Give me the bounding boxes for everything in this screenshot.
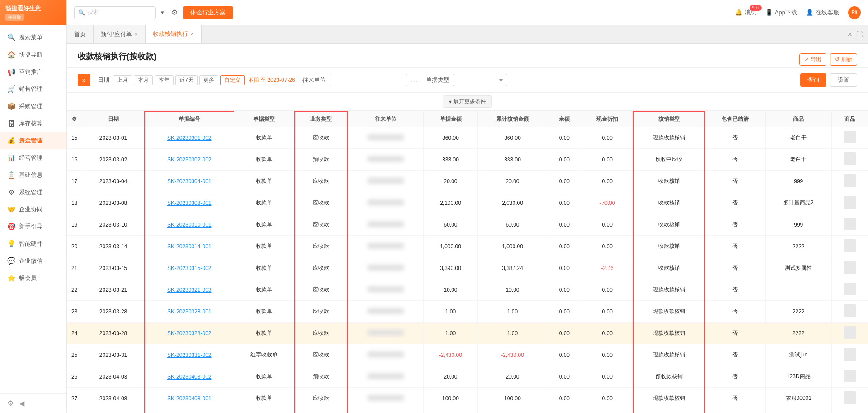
table-row[interactable]: 27 2023-04-08 SK-20230408-001 收款单 应收款 10… <box>67 388 868 409</box>
date-btn-this-year[interactable]: 本年 <box>155 75 174 85</box>
sidebar-item-search[interactable]: 🔍 搜索菜单 <box>0 29 66 46</box>
cell-cash-discount: 0.00 <box>581 301 634 323</box>
refresh-label: 刷新 <box>841 56 852 63</box>
doc-no-link[interactable]: SK-20230328-001 <box>167 309 211 315</box>
sidebar-item-wechat[interactable]: 💬 企业微信 <box>0 252 66 270</box>
refresh-icon: ↺ <box>835 56 840 62</box>
sidebar-label-shortcut: 快捷导航 <box>19 51 42 59</box>
sidebar-item-basic[interactable]: 📋 基础信息 <box>0 166 66 184</box>
cell-partner <box>347 388 424 409</box>
topbar-dropdown-arrow[interactable]: ▾ <box>161 9 164 16</box>
table-row[interactable]: 28 2023-04-18 SK-20230418-001 收款单 应收款 10… <box>67 409 868 413</box>
date-btn-last-month[interactable]: 上月 <box>113 75 132 85</box>
collapse-icon[interactable]: ◀ <box>19 399 24 408</box>
page-header: 收款核销执行(按收款) ↗ 导出 ↺ 刷新 <box>67 44 868 68</box>
doc-no-link[interactable]: SK-20230308-001 <box>167 200 211 206</box>
cell-doc-amount: -2,430.00 <box>424 344 477 366</box>
doc-no-link[interactable]: SK-20230315-002 <box>167 265 211 271</box>
app-download-button[interactable]: 📱 App下载 <box>765 9 797 17</box>
doc-no-link[interactable]: SK-20230304-001 <box>167 178 211 185</box>
tab-payable-close[interactable]: × <box>135 31 138 38</box>
cell-partner <box>347 257 424 279</box>
refresh-button[interactable]: ↺ 刷新 <box>830 53 857 66</box>
doc-no-link[interactable]: SK-20230331-002 <box>167 352 211 358</box>
tab-maximize-icon[interactable]: ⛶ <box>856 31 863 38</box>
settings-button[interactable]: 设置 <box>830 73 857 87</box>
date-btn-more[interactable]: 更多 <box>199 75 218 85</box>
cell-cumulative-cancel: 20.00 <box>477 366 547 388</box>
cell-biz-type: 应收款 <box>295 171 347 192</box>
export-button[interactable]: ↗ 导出 <box>799 53 826 66</box>
th-settings[interactable]: ⚙ <box>67 111 82 127</box>
topbar-search-box[interactable]: 🔍 搜索 <box>74 6 156 19</box>
table-row[interactable]: 15 2023-03-01 SK-20230301-002 收款单 应收款 36… <box>67 127 868 149</box>
table-row[interactable]: 24 2023-03-28 SK-20230328-002 收款单 应收款 1.… <box>67 323 868 344</box>
notif-button[interactable]: 🔔 消息 99+ <box>735 9 756 17</box>
filter-toggle-button[interactable]: » <box>78 74 90 86</box>
user-avatar[interactable]: Rit <box>848 6 861 19</box>
date-filter-label: 日期 <box>98 76 109 84</box>
cell-doc-no: SK-20230321-003 <box>145 279 234 301</box>
online-service-button[interactable]: 👤 在线客服 <box>806 9 839 17</box>
table-row[interactable]: 19 2023-03-10 SK-20230310-001 收款单 应收款 60… <box>67 214 868 236</box>
table-row[interactable]: 25 2023-03-31 SK-20230331-002 红字收款单 应收款 … <box>67 344 868 366</box>
th-cancel-type: 核销类型 <box>633 111 704 127</box>
date-btn-this-month[interactable]: 本月 <box>134 75 153 85</box>
avatar-text: Rit <box>852 10 857 15</box>
sidebar-item-sales[interactable]: 🛒 销售管理 <box>0 81 66 98</box>
doc-no-link[interactable]: SK-20230301-002 <box>167 135 211 141</box>
cell-product: 2222 <box>765 323 831 344</box>
query-button[interactable]: 查询 <box>800 73 826 87</box>
col-settings-icon[interactable]: ⚙ <box>72 116 77 122</box>
tab-collection-close[interactable]: × <box>191 31 194 37</box>
cell-partner <box>347 366 424 388</box>
tab-collection[interactable]: 收款核销执行 × <box>146 25 202 43</box>
doc-no-link[interactable]: SK-20230321-003 <box>167 287 211 293</box>
topbar-gear-icon[interactable]: ⚙ <box>171 8 178 17</box>
tab-close-all-icon[interactable]: ✕ <box>847 31 853 38</box>
table-row[interactable]: 20 2023-03-14 SK-20230314-001 收款单 应收款 1,… <box>67 236 868 257</box>
sidebar-item-inventory[interactable]: 🗄 库存核算 <box>0 115 66 132</box>
sidebar-item-shortcut[interactable]: 🏠 快捷导航 <box>0 46 66 63</box>
doctype-filter-select[interactable] <box>453 74 507 86</box>
cell-doc-amount: 2,100.00 <box>424 192 477 214</box>
table-row[interactable]: 17 2023-03-04 SK-20230304-001 收款单 应收款 20… <box>67 171 868 192</box>
sidebar-item-member[interactable]: ⭐ 畅会员 <box>0 270 66 287</box>
doc-no-link[interactable]: SK-20230408-001 <box>167 395 211 402</box>
table-row[interactable]: 16 2023-03-02 SK-20230302-002 收款单 预收款 33… <box>67 149 868 171</box>
tab-payable[interactable]: 预付/应付单 × <box>94 25 146 43</box>
cell-product: 测试多属性 <box>765 257 831 279</box>
table-row[interactable]: 21 2023-03-15 SK-20230315-002 收款单 应收款 3,… <box>67 257 868 279</box>
table-row[interactable]: 22 2023-03-21 SK-20230321-003 收款单 应收款 10… <box>67 279 868 301</box>
table-row[interactable]: 26 2023-04-03 SK-20230403-002 收款单 预收款 20… <box>67 366 868 388</box>
doc-no-link[interactable]: SK-20230328-002 <box>167 330 211 337</box>
doc-no-link[interactable]: SK-20230302-002 <box>167 157 211 163</box>
sidebar-item-operations[interactable]: 📊 经营管理 <box>0 149 66 166</box>
sidebar-item-corp[interactable]: 🤝 企业协同 <box>0 201 66 218</box>
sidebar-item-hardware[interactable]: 💡 智能硬件 <box>0 235 66 252</box>
table-row[interactable]: 18 2023-03-08 SK-20230308-001 收款单 应收款 2,… <box>67 192 868 214</box>
sidebar-item-marketing[interactable]: 📢 营销推广 <box>0 63 66 81</box>
doc-no-link[interactable]: SK-20230310-001 <box>167 222 211 228</box>
marketing-icon: 📢 <box>7 68 15 76</box>
cell-doc-type: 收款单 <box>234 257 295 279</box>
tab-home[interactable]: 首页 <box>67 25 94 43</box>
cell-cancel-type: 现款收款核销 <box>633 301 704 323</box>
topbar: 🔍 搜索 ▾ ⚙ 体验行业方案 🔔 消息 99+ 📱 App下载 👤 在线客服 … <box>67 0 868 25</box>
doc-no-link[interactable]: SK-20230314-001 <box>167 243 211 250</box>
table-row[interactable]: 23 2023-03-28 SK-20230328-001 收款单 应收款 1.… <box>67 301 868 323</box>
notif-badge: 99+ <box>750 5 762 11</box>
date-btn-custom[interactable]: 自定义 <box>220 75 245 85</box>
tab-bar: 首页 预付/应付单 × 收款核销执行 × ✕ ⛶ <box>67 25 868 44</box>
settings-footer-icon[interactable]: ⚙ <box>7 399 14 408</box>
sidebar-item-purchase[interactable]: 📦 采购管理 <box>0 98 66 115</box>
doc-no-link[interactable]: SK-20230403-002 <box>167 374 211 380</box>
sidebar-item-guide[interactable]: 🎯 新手引导 <box>0 218 66 235</box>
sidebar-item-finance[interactable]: 💰 资金管理 <box>0 132 66 149</box>
solution-button[interactable]: 体验行业方案 <box>183 6 233 19</box>
date-btn-7days[interactable]: 近7天 <box>175 75 198 85</box>
partner-filter-input[interactable] <box>330 74 407 86</box>
expand-more-button[interactable]: ▾ 展开更多条件 <box>443 95 492 108</box>
cell-doc-type: 收款单 <box>234 279 295 301</box>
sidebar-item-system[interactable]: ⚙ 系统管理 <box>0 184 66 201</box>
